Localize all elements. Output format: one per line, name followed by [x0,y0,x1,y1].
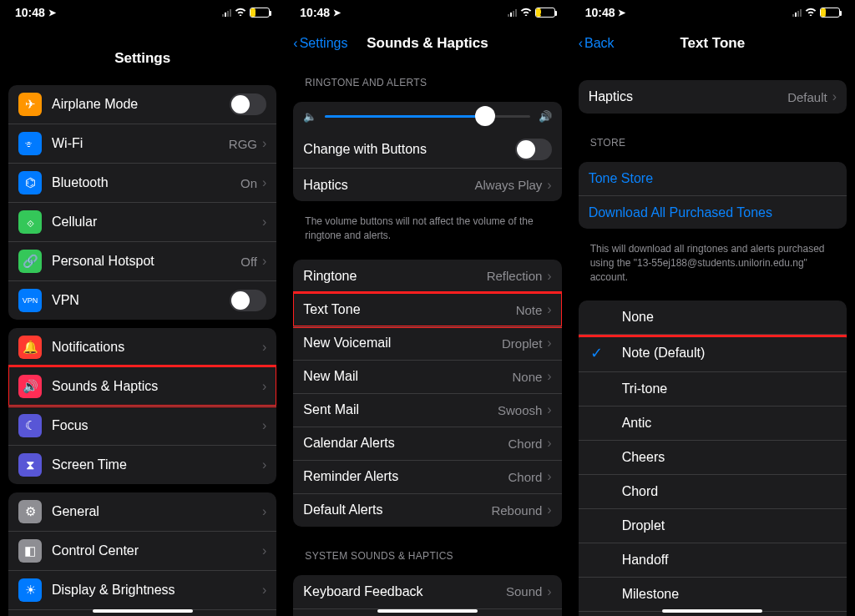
tone-tri-tone[interactable]: Tri-tone [579,371,847,406]
status-bar: 10:48 ➤ 21 [285,0,569,25]
status-bar: 10:48 ➤ 21 [570,0,855,25]
location-icon: ➤ [48,8,56,18]
row-new-mail[interactable]: New Mail None › [293,360,561,393]
chevron-right-icon: › [262,583,266,598]
section-header-store: STORE [579,122,847,154]
row-ringtone[interactable]: Ringtone Reflection › [293,260,561,293]
header: ‹ Settings Sounds & Haptics [285,25,569,62]
row-new-voicemail[interactable]: New Voicemail Droplet › [293,326,561,360]
hour-icon: ⧗ [18,453,42,477]
row-vpn[interactable]: VPNVPN [8,280,276,320]
volume-slider[interactable] [325,115,529,118]
chevron-right-icon: › [547,369,551,384]
✈-icon: ✈ [18,93,42,116]
status-time: 10:48 [15,6,45,19]
row-personal-hotspot[interactable]: 🔗Personal HotspotOff› [8,241,276,280]
sounds-group: Ringtone Reflection ›Text Tone Note ›New… [293,260,561,527]
home-indicator[interactable] [662,609,762,613]
chevron-right-icon: › [262,418,266,433]
row-general[interactable]: ⚙General› [8,492,276,531]
volume-slider-row: 🔈 🔊 [293,102,561,131]
row-download-all-purchased-tones[interactable]: Download All Purchased Tones [579,195,847,229]
tone-cheers[interactable]: Cheers [579,440,847,474]
phone-sounds-haptics: 10:48 ➤ 21 ‹ Settings Sounds & Haptics R… [285,0,569,616]
status-time: 10:48 [585,6,615,19]
chevron-right-icon: › [547,336,551,351]
store-group: Tone StoreDownload All Purchased Tones [579,162,847,229]
row-text-tone[interactable]: Text Tone Note › [293,293,561,326]
tone-antic[interactable]: Antic [579,406,847,440]
settings-group-notifications: 🔔Notifications›🔊Sounds & Haptics›☾Focus›… [8,328,276,484]
row-airplane-mode[interactable]: ✈Airplane Mode [8,85,276,124]
row-screen-time[interactable]: ⧗Screen Time› [8,445,276,484]
chevron-left-icon: ‹ [293,36,297,51]
header: Settings [0,40,285,77]
tone-note-default-[interactable]: ✓Note (Default) [579,334,847,371]
volume-group: 🔈 🔊 Change with Buttons Haptics Always P… [293,102,561,201]
chevron-right-icon: › [262,457,266,472]
row-default-alerts[interactable]: Default Alerts Rebound › [293,493,561,527]
row-haptics[interactable]: Haptics Always Play › [293,168,561,201]
row-control-center[interactable]: ◧Control Center› [8,531,276,570]
settings-group-general: ⚙General›◧Control Center›☀Display & Brig… [8,492,276,616]
toggle-change-with-buttons[interactable] [515,139,552,160]
haptics-group: Haptics Default › [579,80,847,114]
row-focus[interactable]: ☾Focus› [8,406,276,445]
toggle[interactable] [230,290,266,311]
header: ‹ Back Text Tone [570,25,855,62]
tone-none[interactable]: None [579,300,847,334]
row-notifications[interactable]: 🔔Notifications› [8,328,276,366]
battery-icon: 21 [820,8,840,18]
status-bar: 10:48 ➤ 21 [0,0,285,25]
moon-icon: ☾ [18,414,42,437]
speaker-high-icon: 🔊 [539,110,552,123]
section-header-system: SYSTEM SOUNDS & HAPTICS [293,535,561,567]
chevron-right-icon: › [547,469,551,484]
chevron-right-icon: › [547,502,551,518]
row-change-with-buttons[interactable]: Change with Buttons [293,131,561,168]
chevron-right-icon: › [262,254,266,269]
signal-icon [508,9,517,17]
location-icon: ➤ [618,8,625,18]
checkmark-icon: ✓ [590,344,614,362]
tone-droplet[interactable]: Droplet [579,508,847,543]
home-indicator[interactable] [377,609,478,613]
bt-icon: ⌬ [18,171,42,194]
row-sounds-haptics[interactable]: 🔊Sounds & Haptics› [8,366,276,406]
battery-icon: 21 [535,8,555,18]
row-tone-store[interactable]: Tone Store [579,162,847,195]
signal-icon [792,9,802,17]
chevron-right-icon: › [262,175,266,190]
chevron-right-icon: › [262,379,266,394]
battery-icon: 21 [250,8,270,18]
home-indicator[interactable] [93,609,193,613]
location-icon: ➤ [333,8,341,18]
chevron-right-icon: › [547,402,551,417]
row-sent-mail[interactable]: Sent Mail Swoosh › [293,393,561,427]
row-cellular[interactable]: ⟐Cellular› [8,202,276,241]
row-display-brightness[interactable]: ☀Display & Brightness› [8,570,276,609]
wifi-icon [805,7,817,18]
wifi-icon [520,7,532,18]
row-bluetooth[interactable]: ⌬BluetoothOn› [8,163,276,202]
chevron-right-icon: › [262,504,266,519]
chevron-right-icon: › [547,302,551,317]
tone-handoff[interactable]: Handoff [579,543,847,577]
toggle[interactable] [230,93,266,115]
vpn-icon: VPN [18,289,42,312]
chevron-right-icon: › [832,89,837,104]
row-reminder-alerts[interactable]: Reminder Alerts Chord › [293,460,561,493]
chevron-left-icon: ‹ [579,36,583,51]
speaker-low-icon: 🔈 [303,110,316,123]
back-button[interactable]: ‹ Settings [293,36,347,51]
chevron-right-icon: › [262,215,266,230]
back-button[interactable]: ‹ Back [579,36,615,51]
row-haptics[interactable]: Haptics Default › [579,80,847,114]
row-keyboard-feedback[interactable]: Keyboard FeedbackSound› [293,575,561,608]
row-wi-fi[interactable]: ᯤWi-FiRGG› [8,124,276,163]
snd-icon: 🔊 [18,375,42,398]
tone-milestone[interactable]: Milestone [579,577,847,611]
row-calendar-alerts[interactable]: Calendar Alerts Chord › [293,427,561,460]
settings-group-network: ✈Airplane ModeᯤWi-FiRGG›⌬BluetoothOn›⟐Ce… [8,85,276,320]
tone-chord[interactable]: Chord [579,474,847,508]
